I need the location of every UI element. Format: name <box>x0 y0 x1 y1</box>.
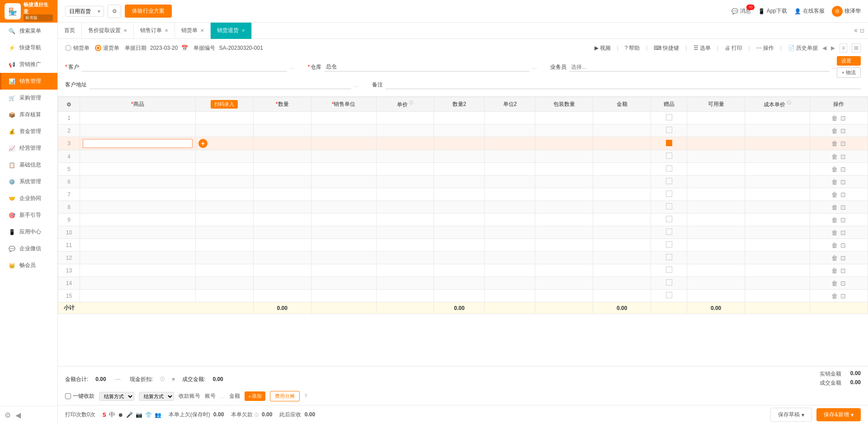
th-gear[interactable]: ⚙ <box>58 97 80 112</box>
gift-cell-3[interactable] <box>651 137 687 150</box>
message-btn[interactable]: 💬 消息 70 <box>731 7 751 15</box>
tab-close-sales_order[interactable]: ✕ <box>165 28 168 33</box>
online-service-btn[interactable]: 👤 在线客服 <box>794 7 825 15</box>
gift-checkbox-9[interactable] <box>666 216 672 222</box>
sidebar-item-sales[interactable]: 📊销售管理 <box>0 73 57 90</box>
tab-close-sales_shipment[interactable]: ✕ <box>200 28 204 33</box>
copy-icon-15[interactable]: ⊡ <box>840 292 846 300</box>
customer-input[interactable] <box>82 63 287 71</box>
save-new-btn[interactable]: 保存&新增 ▾ <box>816 408 861 421</box>
sidebar-item-system[interactable]: ⚙️系统管理 <box>0 173 57 190</box>
sidebar-item-basic[interactable]: 📋基础信息 <box>0 157 57 173</box>
gift-checkbox-1[interactable] <box>666 114 672 120</box>
sidebar-item-apps[interactable]: 📱应用中心 <box>0 224 57 240</box>
sidebar-item-purchase[interactable]: 🛒采购管理 <box>0 90 57 106</box>
delete-icon-9[interactable]: 🗑 <box>831 216 838 224</box>
address-input[interactable] <box>90 81 351 89</box>
delete-icon-1[interactable]: 🗑 <box>831 114 838 122</box>
sidebar-item-marketing[interactable]: 📢营销推广 <box>0 56 57 73</box>
gift-checkbox-14[interactable] <box>666 279 672 286</box>
copy-icon-5[interactable]: ⊡ <box>840 166 846 173</box>
delete-icon-15[interactable]: 🗑 <box>831 292 838 300</box>
sidebar-settings-icon[interactable]: ⚙ <box>5 411 11 419</box>
operation-btn[interactable]: ⋯ 操作 <box>756 44 774 52</box>
delete-icon-10[interactable]: 🗑 <box>831 229 838 236</box>
sidebar-item-search[interactable]: 🔍搜索菜单 <box>0 23 57 39</box>
logistics-btn[interactable]: + 物流 <box>837 67 861 78</box>
gift-checkbox-12[interactable] <box>666 254 672 260</box>
topbar-gear-btn[interactable]: ⚙ <box>108 5 121 18</box>
history-btn[interactable]: 📄 历史单据 <box>788 44 818 52</box>
delete-icon-6[interactable]: 🗑 <box>831 178 838 186</box>
gift-checkbox-3[interactable] <box>666 140 672 146</box>
tab-close-sales_return[interactable]: ✕ <box>241 28 245 33</box>
gift-cell-4[interactable] <box>651 150 687 163</box>
one-click-checkbox[interactable] <box>65 393 71 399</box>
copy-icon-1[interactable]: ⊡ <box>840 114 846 122</box>
gift-cell-2[interactable] <box>651 124 687 137</box>
list-view-icon[interactable]: ≡ <box>840 43 847 52</box>
radio-sales[interactable]: 销货单 <box>65 44 90 52</box>
prev-icon[interactable]: ◀ <box>822 45 826 51</box>
add-row-btn[interactable]: + <box>198 139 208 148</box>
sidebar-item-member[interactable]: 👑畅会员 <box>0 257 57 274</box>
close-tab-icon[interactable]: ✕ <box>854 28 858 34</box>
delete-icon-14[interactable]: 🗑 <box>831 280 838 287</box>
product-input-3[interactable] <box>83 139 193 148</box>
salesperson-dots[interactable]: ... <box>832 64 837 70</box>
gift-cell-1[interactable] <box>651 112 687 124</box>
save-draft-btn[interactable]: 保存草稿 ▾ <box>770 408 812 422</box>
address-dots[interactable]: ... <box>354 82 359 88</box>
tab-close-price_settings[interactable]: ✕ <box>123 28 127 33</box>
copy-icon-10[interactable]: ⊡ <box>840 229 846 236</box>
copy-icon-4[interactable]: ⊡ <box>840 153 846 160</box>
tab-sales_order[interactable]: 销售订单✕ <box>134 23 175 39</box>
warehouse-input[interactable] <box>324 63 529 71</box>
copy-icon-6[interactable]: ⊡ <box>840 178 846 186</box>
gift-cell-7[interactable] <box>651 188 687 201</box>
sidebar-collapse-icon[interactable]: ◀ <box>15 411 21 419</box>
copy-icon-13[interactable]: ⊡ <box>840 267 846 274</box>
sidebar-item-finance[interactable]: 💰资金管理 <box>0 123 57 140</box>
one-click-payment[interactable]: 一键收款 <box>65 392 94 400</box>
next-icon[interactable]: ▶ <box>831 45 835 51</box>
gift-cell-14[interactable] <box>651 277 687 290</box>
tab-home[interactable]: 首页 <box>58 23 82 39</box>
product-cell-3[interactable] <box>80 137 195 150</box>
gift-checkbox-6[interactable] <box>666 178 672 184</box>
sidebar-item-wechat[interactable]: 💬企业微信 <box>0 240 57 257</box>
app-download-btn[interactable]: 📱 App下载 <box>758 7 787 15</box>
tab-sales_shipment[interactable]: 销货单✕ <box>175 23 211 39</box>
copy-icon-14[interactable]: ⊡ <box>840 280 846 287</box>
copy-icon-3[interactable]: ⊡ <box>840 140 846 147</box>
trial-btn[interactable]: 体验行业方案 <box>125 5 172 18</box>
sidebar-item-shortcut[interactable]: ⚡快捷导航 <box>0 39 57 56</box>
gift-cell-15[interactable] <box>651 290 687 302</box>
gift-cell-5[interactable] <box>651 163 687 176</box>
sidebar-item-guide[interactable]: 🎯新手引导 <box>0 207 57 224</box>
delete-icon-4[interactable]: 🗑 <box>831 153 838 160</box>
gift-checkbox-13[interactable] <box>666 267 672 273</box>
gift-cell-8[interactable] <box>651 201 687 214</box>
restore-icon[interactable]: ⊡ <box>860 28 864 34</box>
calendar-icon[interactable]: 📅 <box>181 45 188 51</box>
copy-icon-7[interactable]: ⊡ <box>840 191 846 198</box>
gift-cell-11[interactable] <box>651 239 687 252</box>
settlement-select[interactable]: 结算方式 <box>99 392 134 401</box>
delete-icon-2[interactable]: 🗑 <box>831 127 838 134</box>
gift-checkbox-15[interactable] <box>666 292 672 298</box>
remark-input[interactable] <box>386 81 861 89</box>
tab-price_settings[interactable]: 售价提取设置✕ <box>82 23 134 39</box>
add-payment-btn[interactable]: + 添加 <box>245 391 265 401</box>
copy-icon-8[interactable]: ⊡ <box>840 204 846 211</box>
fee-split-btn[interactable]: 费用分摊 <box>270 391 300 401</box>
copy-icon-12[interactable]: ⊡ <box>840 254 846 262</box>
gift-checkbox-7[interactable] <box>666 191 672 197</box>
account-dots[interactable]: ... <box>220 393 225 400</box>
copy-icon-11[interactable]: ⊡ <box>840 242 846 249</box>
copy-icon-2[interactable]: ⊡ <box>840 127 846 134</box>
delete-icon-3[interactable]: 🗑 <box>831 140 838 147</box>
customer-dots[interactable]: ... <box>290 64 294 70</box>
gift-cell-12[interactable] <box>651 252 687 264</box>
copy-icon-9[interactable]: ⊡ <box>840 216 846 224</box>
